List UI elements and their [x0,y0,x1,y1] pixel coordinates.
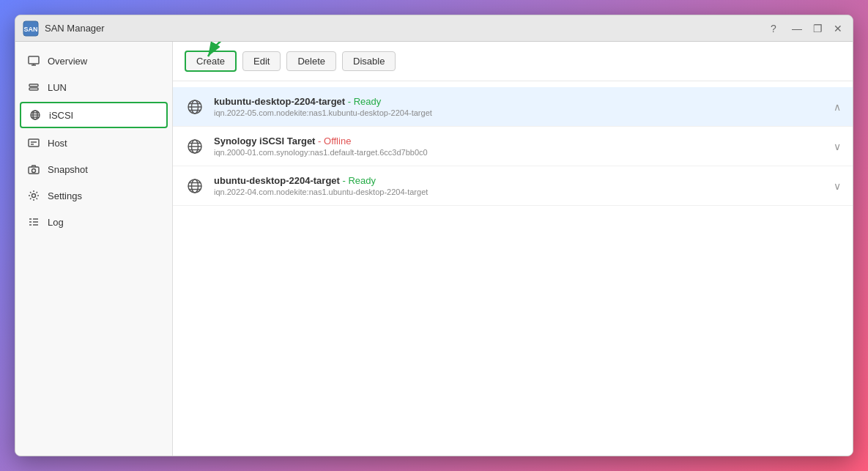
target-info: Synology iSCSI Target - Offline iqn.2000… [214,136,825,157]
window-title: SAN Manager [45,23,766,34]
monitor-icon [27,54,40,67]
database-icon [27,81,40,94]
target-name-1: kubuntu-desktop-2204-target - Ready [214,96,825,107]
main-layout: Overview LUN [15,42,853,456]
sidebar-label-overview: Overview [48,56,87,67]
sidebar-item-iscsi[interactable]: iSCSI [20,102,168,128]
sidebar-label-host: Host [48,138,67,149]
target-iqn-2: iqn.2000-01.com.synology:nas1.default-ta… [214,148,825,157]
help-button[interactable]: ? [766,21,781,36]
restore-button[interactable]: ❐ [810,21,825,36]
sidebar-item-snapshot[interactable]: Snapshot [15,156,172,182]
iscsi-target-list: kubuntu-desktop-2204-target - Ready iqn.… [173,81,853,456]
camera-icon [27,163,40,176]
sidebar-item-lun[interactable]: LUN [15,74,172,100]
globe-icon [29,108,42,122]
target-name-3: ubuntu-desktop-2204-target - Ready [214,175,825,186]
target-name-2: Synology iSCSI Target - Offline [214,136,825,147]
minimize-button[interactable]: — [790,21,804,36]
chevron-down-icon: ∨ [834,180,841,192]
target-info: ubuntu-desktop-2204-target - Ready iqn.2… [214,175,825,196]
window-controls: ? — ❐ ✕ [766,21,845,36]
sidebar-item-overview[interactable]: Overview [15,48,172,74]
svg-point-16 [32,169,36,173]
iscsi-target-item[interactable]: Synology iSCSI Target - Offline iqn.2000… [173,127,853,166]
target-globe-icon [185,176,205,196]
titlebar: SAN SAN Manager ? — ❐ ✕ [15,15,853,42]
target-iqn-3: iqn.2022-04.com.nodekite:nas1.ubuntu-des… [214,188,825,196]
svg-point-17 [32,194,36,198]
iscsi-target-item[interactable]: kubuntu-desktop-2204-target - Ready iqn.… [173,87,853,127]
sidebar-item-host[interactable]: Host [15,130,172,156]
sidebar-label-iscsi: iSCSI [49,110,73,121]
sidebar-label-log: Log [48,217,64,228]
sidebar-label-snapshot: Snapshot [48,164,88,175]
host-icon [27,136,40,149]
san-manager-window: SAN SAN Manager ? — ❐ ✕ Overv [15,15,853,456]
sidebar-item-log[interactable]: Log [15,209,172,235]
sidebar: Overview LUN [15,42,173,456]
sidebar-item-settings[interactable]: Settings [15,182,172,209]
sidebar-label-lun: LUN [48,82,67,93]
chevron-up-icon: ∧ [834,101,841,113]
create-button[interactable]: Create [185,51,237,72]
gear-icon [27,189,40,202]
app-logo: SAN [23,21,39,37]
target-iqn-1: iqn.2022-05.com.nodekite:nas1.kubuntu-de… [214,108,825,117]
log-icon [27,215,40,229]
delete-button[interactable]: Delete [286,51,336,71]
svg-rect-5 [29,84,38,86]
iscsi-target-item[interactable]: ubuntu-desktop-2204-target - Ready iqn.2… [173,166,853,206]
svg-rect-12 [29,139,39,147]
target-globe-icon [185,97,205,117]
disable-button[interactable]: Disable [342,51,396,71]
svg-rect-2 [29,56,39,64]
svg-text:SAN: SAN [23,26,37,33]
content-area: Create Edit Delete Disable [173,42,853,456]
edit-button[interactable]: Edit [242,51,281,71]
sidebar-label-settings: Settings [48,190,82,201]
svg-rect-6 [29,88,38,90]
chevron-down-icon: ∨ [834,141,841,152]
close-button[interactable]: ✕ [831,21,845,36]
toolbar: Create Edit Delete Disable [173,42,853,81]
target-globe-icon [185,136,205,157]
target-info: kubuntu-desktop-2204-target - Ready iqn.… [214,96,825,117]
